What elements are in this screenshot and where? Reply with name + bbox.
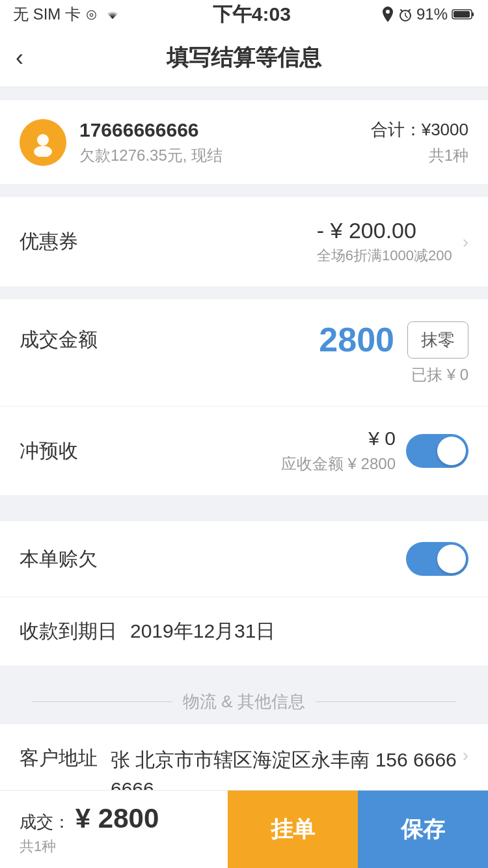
status-left: 无 SIM 卡 ⊙ [13, 4, 122, 25]
customer-note: 欠款1276.35元, 现结 [79, 145, 223, 166]
total-label: 合计：¥3000 [371, 118, 468, 141]
precollect-section: 冲预收 ¥ 0 应收金额 ¥ 2800 [0, 406, 488, 495]
status-time: 下午4:03 [213, 1, 291, 28]
precollect-right: ¥ 0 应收金额 ¥ 2800 [281, 427, 468, 474]
location-icon [381, 7, 394, 22]
address-label: 客户地址 [20, 745, 98, 772]
avatar-icon [29, 128, 57, 157]
debit-toggle[interactable] [406, 542, 468, 576]
battery-icon [452, 8, 475, 20]
toggle-knob [437, 437, 466, 465]
svg-rect-2 [472, 12, 474, 16]
due-date-section: 收款到期日 2019年12月31日 [0, 597, 488, 666]
precollect-row: 冲预收 ¥ 0 应收金额 ¥ 2800 [20, 427, 468, 474]
logistics-text: 物流 & 其他信息 [172, 690, 316, 713]
customer-left: 17666666666 欠款1276.35元, 现结 [20, 119, 223, 166]
save-button[interactable]: 保存 [358, 791, 488, 869]
address-chevron-icon: › [463, 745, 468, 766]
precollect-label: 冲预收 [20, 438, 78, 465]
round-button[interactable]: 抹零 [407, 321, 468, 359]
chevron-right-icon: › [463, 232, 468, 252]
debit-toggle-knob [437, 545, 466, 573]
precollect-values: ¥ 0 应收金额 ¥ 2800 [281, 427, 396, 474]
bottom-deal-amount: ¥ 2800 [75, 803, 159, 834]
svg-point-4 [37, 134, 49, 146]
amount-right: 2800 抹零 [319, 320, 468, 359]
avatar [20, 119, 66, 166]
page-title: 填写结算等信息 [167, 43, 321, 73]
amount-sub: 已抹 ¥ 0 [20, 364, 468, 385]
due-date-value: 2019年12月31日 [130, 618, 275, 645]
bottom-deal-row: 成交： ¥ 2800 [20, 803, 208, 834]
coupon-right: - ¥ 200.00 全场6折满1000减200 › [317, 218, 468, 265]
customer-total: 合计：¥3000 共1种 [371, 118, 468, 166]
coupon-row[interactable]: 优惠券 - ¥ 200.00 全场6折满1000减200 › [0, 197, 488, 286]
customer-phone: 17666666666 [79, 119, 223, 141]
content: 17666666666 欠款1276.35元, 现结 合计：¥3000 共1种 … [0, 100, 488, 868]
total-count: 共1种 [371, 145, 468, 166]
status-right: 91% [381, 5, 475, 23]
alarm-icon [398, 7, 413, 21]
amount-label: 成交金额 [20, 327, 98, 353]
nav-bar: ‹ 填写结算等信息 [0, 29, 488, 87]
customer-card: 17666666666 欠款1276.35元, 现结 合计：¥3000 共1种 [0, 100, 488, 184]
svg-point-5 [34, 146, 52, 157]
coupon-value: - ¥ 200.00 [317, 218, 452, 243]
precollect-toggle[interactable] [406, 434, 468, 468]
bottom-deal-label: 成交： [20, 812, 70, 832]
coupon-desc: 全场6折满1000减200 [317, 246, 452, 265]
debit-row: 本单赊欠 [20, 542, 468, 576]
hold-button[interactable]: 挂单 [228, 791, 358, 869]
coupon-section: 优惠券 - ¥ 200.00 全场6折满1000减200 › [0, 197, 488, 286]
debit-label: 本单赊欠 [20, 546, 98, 573]
status-bar: 无 SIM 卡 ⊙ 下午4:03 91% [0, 0, 488, 29]
debit-section: 本单赊欠 [0, 521, 488, 597]
battery-pct: 91% [416, 5, 448, 23]
customer-info: 17666666666 欠款1276.35元, 现结 [79, 119, 223, 166]
wifi-icon [103, 7, 122, 21]
precollect-receivable: 应收金额 ¥ 2800 [281, 454, 396, 474]
logistics-divider: 物流 & 其他信息 [0, 679, 488, 724]
coupon-label: 优惠券 [20, 228, 78, 255]
svg-rect-3 [454, 11, 470, 18]
bottom-summary: 成交： ¥ 2800 共1种 [0, 803, 228, 856]
section-divider-2 [0, 495, 488, 508]
sim-status: 无 SIM 卡 ⊙ [13, 4, 98, 25]
amount-section: 成交金额 2800 抹零 已抹 ¥ 0 [0, 299, 488, 406]
section-divider-1 [0, 286, 488, 299]
due-date-row: 收款到期日 2019年12月31日 [20, 618, 468, 645]
amount-row: 成交金额 2800 抹零 [20, 320, 468, 359]
back-button[interactable]: ‹ [16, 44, 23, 72]
bottom-bar: 成交： ¥ 2800 共1种 挂单 保存 [0, 790, 488, 868]
bottom-count: 共1种 [20, 837, 208, 856]
due-date-label: 收款到期日 [20, 618, 117, 645]
precollect-amount: ¥ 0 [281, 427, 396, 450]
amount-value: 2800 [319, 320, 394, 359]
